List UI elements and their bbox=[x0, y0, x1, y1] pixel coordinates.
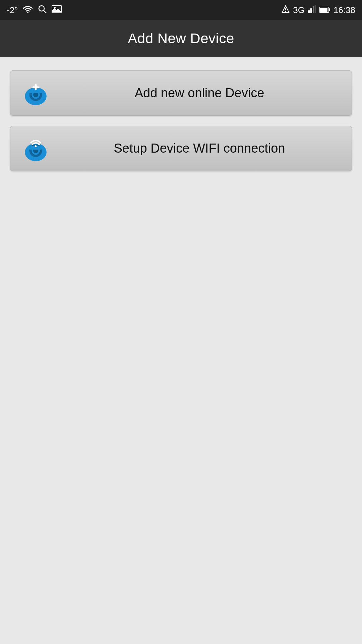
title-bar: Add New Device bbox=[0, 20, 362, 57]
add-online-device-label: Add new online Device bbox=[54, 86, 345, 100]
svg-rect-9 bbox=[310, 8, 312, 13]
svg-point-7 bbox=[285, 11, 286, 12]
svg-rect-10 bbox=[313, 6, 314, 13]
camera-plus-icon bbox=[17, 75, 54, 112]
status-bar: -2° bbox=[0, 0, 362, 20]
signal-icon bbox=[308, 5, 316, 15]
svg-point-27 bbox=[35, 145, 37, 147]
search-icon bbox=[38, 4, 47, 16]
svg-line-2 bbox=[44, 10, 46, 13]
status-bar-left: -2° bbox=[7, 4, 62, 16]
temperature-display: -2° bbox=[7, 5, 18, 15]
status-bar-right: 3G 16:38 bbox=[282, 5, 355, 15]
wifi-icon bbox=[23, 5, 33, 15]
page-title: Add New Device bbox=[128, 31, 234, 47]
svg-rect-11 bbox=[315, 5, 316, 13]
add-online-device-button[interactable]: Add new online Device bbox=[10, 70, 352, 116]
image-icon bbox=[52, 5, 62, 15]
svg-rect-8 bbox=[308, 10, 310, 13]
battery-icon bbox=[319, 5, 330, 15]
setup-wifi-device-label: Setup Device WIFI connection bbox=[54, 141, 345, 156]
main-content: Add new online Device Setup D bbox=[0, 57, 362, 184]
svg-rect-14 bbox=[320, 8, 327, 12]
svg-point-0 bbox=[27, 12, 28, 13]
svg-rect-13 bbox=[329, 8, 330, 11]
wifi-status-icon bbox=[282, 5, 290, 15]
svg-rect-21 bbox=[33, 87, 39, 89]
camera-wifi-icon bbox=[17, 130, 54, 167]
network-label: 3G bbox=[293, 5, 305, 15]
svg-point-1 bbox=[39, 6, 44, 11]
time-display: 16:38 bbox=[334, 5, 355, 15]
setup-wifi-device-button[interactable]: Setup Device WIFI connection bbox=[10, 126, 352, 171]
